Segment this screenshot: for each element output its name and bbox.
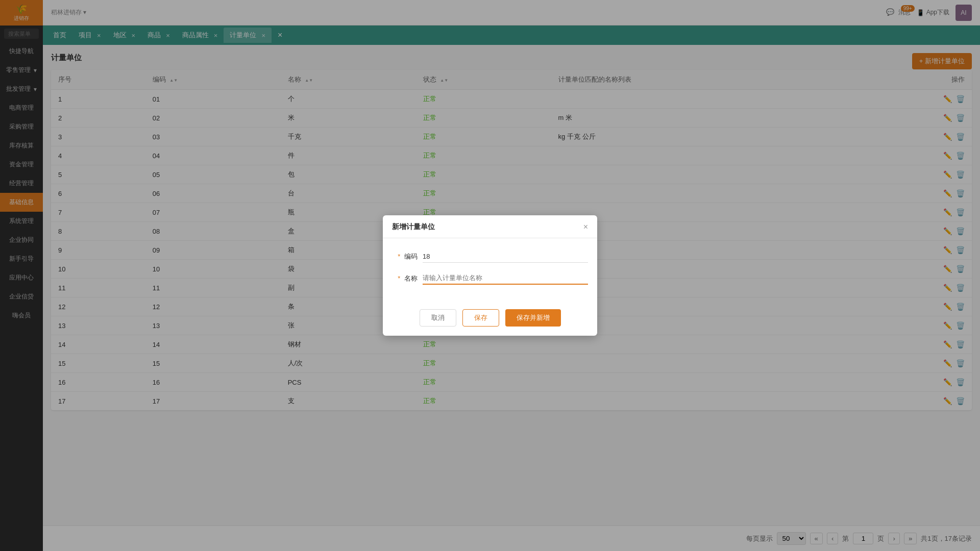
form-row-name: * 名称	[392, 272, 588, 285]
required-mark-name: *	[398, 274, 400, 282]
modal-title: 新增计量单位	[392, 222, 435, 232]
name-input[interactable]	[423, 272, 588, 285]
modal-body: * 编码 * 名称	[383, 238, 597, 303]
required-mark: *	[398, 253, 400, 260]
form-row-code: * 编码	[392, 251, 588, 263]
modal-overlay[interactable]: 新增计量单位 × * 编码 * 名称 取消 保存 保存并新增	[0, 0, 980, 551]
code-label: * 编码	[392, 252, 423, 261]
modal-header: 新增计量单位 ×	[383, 215, 597, 238]
modal-close-btn[interactable]: ×	[583, 222, 588, 232]
name-label: * 名称	[392, 274, 423, 283]
modal-footer: 取消 保存 保存并新增	[383, 303, 597, 336]
save-and-new-button[interactable]: 保存并新增	[505, 309, 561, 327]
code-input[interactable]	[423, 251, 588, 263]
save-button[interactable]: 保存	[462, 309, 499, 327]
cancel-button[interactable]: 取消	[420, 309, 456, 327]
add-unit-modal: 新增计量单位 × * 编码 * 名称 取消 保存 保存并新增	[383, 215, 597, 336]
